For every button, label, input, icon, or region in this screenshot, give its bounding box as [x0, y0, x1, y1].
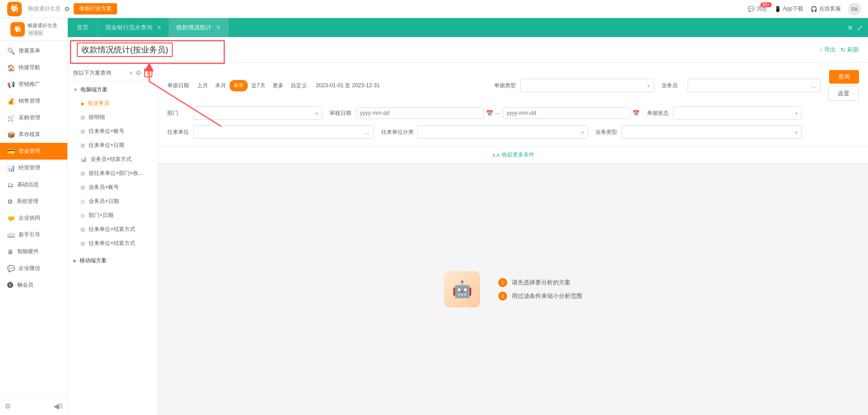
sidebar-item-label: 营销推广: [19, 80, 40, 88]
date-this-month[interactable]: 本月: [212, 80, 230, 91]
partner-more-dots[interactable]: …: [363, 128, 370, 136]
app-layout: 畅 畅捷通好生意 标准版 🔍 搜索菜单 🏠 快捷导航 📢 营销推广 💰 销售管理: [0, 18, 868, 415]
scheme-add-icon[interactable]: +: [129, 69, 133, 76]
sidebar-item-quicknav[interactable]: 🏠 快捷导航: [0, 59, 67, 76]
scheme-item-salesperson-settle[interactable]: 📊 业务员+结算方式: [68, 152, 158, 166]
sidebar-item-guide[interactable]: 📖 新手引导: [0, 226, 67, 243]
scheme-group-mobile-header[interactable]: ▶ 移动端方案: [68, 254, 158, 267]
date-last7[interactable]: 近7天: [248, 80, 269, 91]
sidebar-item-wechat[interactable]: 💬 企业微信: [0, 260, 67, 277]
date-this-year[interactable]: 本年: [230, 80, 248, 91]
topbar-gear-icon[interactable]: ⚙: [64, 5, 70, 13]
scheme-collapse-icon[interactable]: «: [144, 68, 152, 77]
biztype-label: 业务类型: [595, 128, 618, 136]
sidebar-settings-icon[interactable]: ⚙: [5, 402, 11, 410]
salesperson-date-icon: ⊙: [80, 198, 85, 205]
date-custom[interactable]: 自定义: [287, 80, 311, 91]
collapse-label: 收起更多条件: [502, 151, 534, 159]
sidebar-item-member[interactable]: 🅥 畅会员: [0, 277, 67, 293]
tab-bank[interactable]: 现金银行流水查询 ✕: [98, 18, 169, 37]
salesperson-select[interactable]: …: [688, 79, 821, 92]
filter-item-reviewdate: 审核日期 📅 — 📅: [330, 107, 640, 119]
reviewdate-from-input[interactable]: [356, 107, 484, 119]
sidebar-item-hardware[interactable]: 🖥 智能硬件: [0, 243, 67, 260]
sidebar-item-company[interactable]: 🤝 企业协同: [0, 210, 67, 226]
biztype-select[interactable]: ∨: [622, 125, 802, 139]
tab-close-window[interactable]: ✕: [847, 24, 853, 32]
tab-home-label: 首页: [77, 24, 89, 32]
scheme-header: 按以下方案查询 + ⚙ «: [68, 63, 158, 81]
sidebar-logo-tag: 标准版: [28, 30, 44, 36]
sidebar-item-finance[interactable]: 💳 资金管理: [0, 143, 67, 160]
filter-item-salesperson: 业务员 …: [661, 79, 821, 92]
tab-receivable[interactable]: 收款情况统计 ✕: [169, 18, 228, 37]
scheme-item-dept-date[interactable]: ⊙ 部门+日期: [68, 208, 158, 222]
sidebar-item-inventory[interactable]: 📦 库存核算: [0, 126, 67, 143]
dept-select[interactable]: ∨: [193, 106, 322, 120]
tab-receivable-close[interactable]: ✕: [216, 24, 221, 31]
message-icon: 💬: [748, 6, 755, 12]
scheme-group-desktop-header[interactable]: ▼ 电脑端方案: [68, 83, 158, 96]
scheme-item-unit-account[interactable]: ⊞ 往来单位+账号: [68, 124, 158, 138]
tab-spacer: [228, 18, 842, 37]
date-prev-month[interactable]: 上月: [193, 80, 212, 91]
sidebar-item-search[interactable]: 🔍 搜索菜单: [0, 42, 67, 59]
export-button[interactable]: ↑ 导出: [820, 46, 836, 54]
salesperson-label: 业务员: [661, 82, 684, 90]
doctype-select[interactable]: ∨: [520, 79, 654, 92]
main-content: 首页 现金银行流水查询 ✕ 收款情况统计 ✕ ✕ ⤢ 收款情况统计(按业务员) …: [68, 18, 868, 415]
reviewdate-to-input[interactable]: [503, 107, 631, 119]
robot-icon: 🤖: [444, 271, 480, 307]
sidebar-item-label: 销售管理: [19, 97, 40, 105]
tab-bank-close[interactable]: ✕: [157, 24, 161, 31]
calendar-to-icon: 📅: [632, 110, 640, 117]
salesperson-more-dots[interactable]: …: [811, 82, 817, 89]
scheme-item-salesperson-date[interactable]: ⊙ 业务员+日期: [68, 194, 158, 208]
collapse-bar[interactable]: ∧∧ 收起更多条件: [158, 146, 868, 164]
sales-icon: 💰: [7, 98, 15, 105]
sidebar-item-system[interactable]: ⚙ 系统管理: [0, 193, 67, 210]
company-icon: 🤝: [7, 215, 15, 222]
tab-receivable-label: 收款情况统计: [176, 24, 212, 32]
hardware-icon: 🖥: [7, 248, 14, 255]
tab-maximize[interactable]: ⤢: [857, 24, 863, 32]
sidebar-item-operation[interactable]: 📊 经营管理: [0, 160, 67, 176]
trial-button[interactable]: 体验行业方案: [74, 3, 117, 14]
dept-arrow: ∨: [315, 111, 318, 116]
app-download-label: App下载: [783, 5, 803, 13]
refresh-button[interactable]: ↻ 刷新: [840, 46, 859, 54]
sidebar-item-purchase[interactable]: 🛒 采购管理: [0, 109, 67, 126]
partner-category-select[interactable]: ∨: [417, 125, 588, 139]
date-more[interactable]: 更多: [269, 80, 287, 91]
app-download-button[interactable]: 📱 App下载: [774, 5, 803, 13]
sidebar-item-sales[interactable]: 💰 销售管理: [0, 93, 67, 109]
tab-home[interactable]: 首页: [68, 18, 98, 37]
sidebar-logo-text: 畅捷通好生意: [28, 22, 57, 28]
doctype-label: 单据类型: [494, 82, 517, 90]
scheme-header-actions: + ⚙ «: [129, 68, 152, 77]
scheme-item-by-detail[interactable]: ⊞ 按明细: [68, 110, 158, 124]
query-button[interactable]: 查询: [829, 70, 859, 84]
scheme-item-salesperson-account[interactable]: ⊞ 业务员+账号: [68, 180, 158, 194]
scheme-item-unit-settle2[interactable]: ⊞ 往来单位+结算方式: [68, 236, 158, 250]
user-avatar[interactable]: Rit: [848, 3, 861, 15]
online-service-button[interactable]: 🎧 在线客服: [811, 5, 841, 13]
scheme-item-by-salesperson[interactable]: ● 按业务员: [68, 96, 158, 110]
sidebar-item-marketing[interactable]: 📢 营销推广: [0, 76, 67, 93]
scheme-settings-icon[interactable]: ⚙: [136, 69, 142, 76]
scheme-item-unit-settle1[interactable]: ⊞ 往来单位+结算方式: [68, 222, 158, 236]
settings-button[interactable]: 设置: [828, 86, 859, 101]
scheme-item-unit-dept-collect[interactable]: ⊞ 按往来单位+部门+收...: [68, 166, 158, 180]
scheme-group-mobile: ▶ 移动端方案: [68, 252, 158, 269]
docstatus-select[interactable]: ∨: [673, 106, 802, 120]
scheme-item-unit-date[interactable]: ⊞ 往来单位+日期: [68, 138, 158, 152]
partner-select[interactable]: …: [193, 125, 374, 139]
date-to-value: 2023-12-31: [352, 82, 380, 89]
message-button[interactable]: 💬 消息 99+: [748, 5, 767, 13]
step-2-text: 用过滤条件来缩小分析范围: [512, 292, 582, 300]
step-1-num: 1: [498, 278, 507, 287]
sidebar-collapse-icon[interactable]: ◀II: [53, 402, 63, 410]
date-range-display: 2023-01-01 至 2023-12-31: [316, 82, 380, 90]
sidebar-item-basic[interactable]: 🗂 基础信息: [0, 176, 67, 193]
filter-item-docstatus: 单据状态 ∨: [647, 106, 802, 120]
